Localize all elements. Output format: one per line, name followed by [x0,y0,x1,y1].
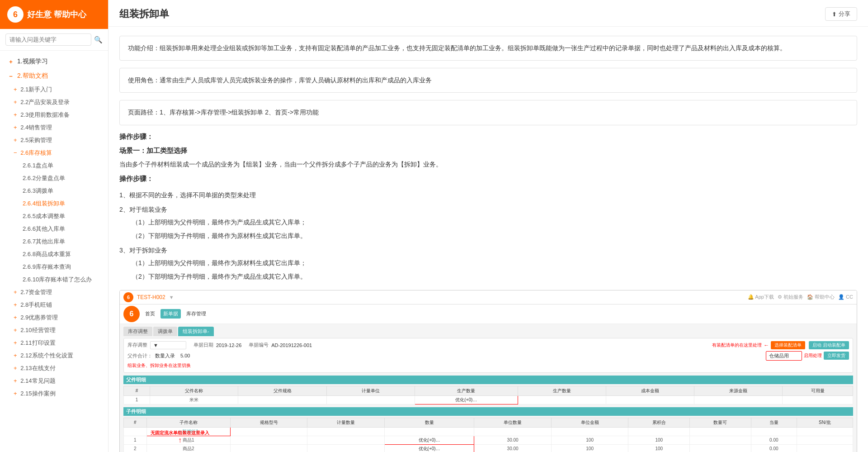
sidebar-item-cat262[interactable]: 2.6.2分量盘点单 [19,172,108,185]
cat210-icon: + [14,327,17,333]
sim-th-src: 来源金额 [694,386,783,395]
sidebar-item-cat2[interactable]: − 2.帮助文档 [0,69,108,83]
cat26-icon: − [14,149,17,156]
cat24-icon: + [14,124,17,131]
search-input[interactable] [5,33,91,46]
sim-nav-inventory[interactable]: 库存管理 [184,309,209,319]
sim-tab-transfer[interactable]: 调拨单 [153,327,177,336]
sidebar-item-cat269[interactable]: 2.6.9库存账本查询 [19,261,108,273]
path-text: 页面路径：1、库存核算->库存管理->组装拆卸单 2、首页->常用功能 [128,109,319,116]
ops-steps-title: 操作步骤： [119,175,857,183]
scene1-title: 场景一：加工类型选择 [119,147,857,155]
role-text: 使用角色：通常由生产人员或库管人员完成拆装业务的操作，库管人员确认原材料的出库和… [128,76,432,84]
sidebar-item-cat268[interactable]: 2.6.8商品成本重算 [19,248,108,261]
cat22-icon: + [14,99,17,105]
sim-app-bar: 6 TEST-H002 ▼ 🔔 App下载 ⚙ 初始服务 🏠 帮助中心 👤 CC [120,290,857,305]
sidebar-item-cat24[interactable]: + 2.4销售管理 [14,121,108,134]
annotation4-text: 无固定流水单组装在这里录入 ↑ [151,430,209,444]
sidebar: 6 好生意 帮助中心 🔍 + 1.视频学习 − 2.帮助文档 + 2.1新手入门… [0,0,108,452]
sim-sub-qty: 5.00 [180,353,190,358]
sim-tab-warehouse[interactable]: 库存调整 [123,327,152,336]
sim-app-logo: 6 [123,292,133,302]
sidebar-item-cat265[interactable]: 2.6.5成本调整单 [19,210,108,223]
sidebar-item-cat264[interactable]: 2.6.4组装拆卸单 [19,197,108,210]
sim-annotation-area: 有装配清单的在这里处理 ← 选择装配清单 启动 启动装配单 [712,341,849,349]
sidebar-item-cat266[interactable]: 2.6.6其他入库单 [19,223,108,235]
sidebar-item-cat211[interactable]: + 2.11打印设置 [14,337,108,349]
cat211-icon: + [14,339,17,346]
sim-activate-btn[interactable]: 启动 启动装配单 [809,341,849,349]
sidebar-item-cat213[interactable]: + 2.13在线支付 [14,362,108,375]
step2-sub2: （2）下部明细为子件明细，最终作为原材料生成其它出库单。 [132,229,857,242]
cat2-label: 2.帮助文档 [17,72,48,80]
sim-content: 库存调整 调拨单 组装拆卸单- 库存调整 ▼ 单据日期 2019-12-26 [120,324,857,452]
share-label: 分享 [839,10,850,18]
step3-sub1: （1）上部明细为父件明细，最终作为原材料生成其它出库单； [132,257,857,269]
cat21-icon: + [14,86,17,93]
sim-th-spec: 父件规格 [238,386,326,395]
sidebar-item-cat267[interactable]: 2.6.7其他出库单 [19,235,108,248]
sim-date-value: 2019-12-26 [216,343,241,348]
cat2-toggle-icon: − [7,72,14,80]
sidebar-item-cat263[interactable]: 2.6.3调拨单 [19,185,108,197]
cat213-icon: + [14,365,17,371]
sim-th-avail: 可用量 [783,386,853,395]
page-title: 组装拆卸单 [119,7,169,21]
steps-list: 1、根据不同的业务，选择不同单据的类型来处理 2、对于组装业务 （1）上部明细为… [119,189,857,283]
sim-confirm-btn[interactable]: 立即发货 [824,352,849,360]
step3-sub2: （2）下部明细为子件明细，最终作为产成品生成其它入库单。 [132,270,857,283]
sim-form-row2: 父件合计： 数量入录 5.00 仓储品用 启用处理 立即发货 [127,351,849,361]
sim-switch-annotation: 组装业务、拆卸业务在这里切换 [127,362,849,369]
app-logo: 6 [7,6,24,23]
sidebar-item-cat29[interactable]: + 2.9优惠券管理 [14,311,108,324]
cat1-toggle-icon: + [7,58,14,65]
sim-nav-new[interactable]: 新单据 [160,309,181,319]
role-block: 使用角色：通常由生产人员或库管人员完成拆装业务的操作，库管人员确认原材料的出库和… [119,68,857,93]
sidebar-item-cat261[interactable]: 2.6.1盘点单 [19,159,108,172]
annotation2-text: 启用处理 [804,352,822,359]
cat2-children: + 2.1新手入门 + 2.2产品安装及登录 + 2.3使用前数据准备 + 2.… [0,83,108,400]
sim-nav-home[interactable]: 首页 [142,309,158,319]
annotation3-text: 组装业务、拆卸业务在这里切换 [127,362,191,369]
share-button[interactable]: ⬆ 分享 [825,7,857,21]
sim-sub-table: # 子件名称 规格型号 计量数量 数量 单位数量 单位金额 累积合 数量可 [123,418,853,452]
sim-form-row1: 库存调整 ▼ 单据日期 2019-12-26 单据编号 AD-20191226-… [127,341,849,349]
sim-type-input[interactable]: ▼ [150,341,186,349]
step3: 3、对于拆卸业务 （1）上部明细为父件明细，最终作为原材料生成其它出库单； （2… [119,244,857,283]
intro-block: 功能介绍：组装拆卸单用来处理企业组装或拆卸等加工业务，支持有固定装配清单的产品加… [119,36,857,61]
app-brand: 好生意 帮助中心 [27,9,86,20]
sidebar-item-cat23[interactable]: + 2.3使用前数据准备 [14,109,108,121]
main-header: 组装拆卸单 ⬆ 分享 [108,0,868,27]
sidebar-item-cat214[interactable]: + 2.14常见问题 [14,375,108,387]
sidebar-item-cat25[interactable]: + 2.5采购管理 [14,134,108,147]
table-row: 2 商品2 优化(+0)… 30.00 100 100 0.00 [124,444,853,452]
ops-title: 操作步骤： [119,133,857,141]
step1: 1、根据不同的业务，选择不同单据的类型来处理 [119,189,857,201]
sim-th-name: 父件名称 [150,386,238,395]
sidebar-item-cat22[interactable]: + 2.2产品安装及登录 [14,96,108,109]
sidebar-item-cat26[interactable]: − 2.6库存核算 [14,147,108,159]
sidebar-search-bar: 🔍 [0,29,108,51]
step3-subs: （1）上部明细为父件明细，最终作为原材料生成其它出库单； （2）下部明细为子件明… [119,257,857,283]
sidebar-item-cat212[interactable]: + 2.12系统个性化设置 [14,349,108,362]
sim-warehouse-input[interactable]: 仓储品用 [766,351,802,361]
sidebar-item-cat21[interactable]: + 2.1新手入门 [14,83,108,96]
sidebar-item-cat210[interactable]: + 2.10经营管理 [14,324,108,337]
sidebar-item-cat27[interactable]: + 2.7资金管理 [14,286,108,299]
screenshot-container: 6 TEST-H002 ▼ 🔔 App下载 ⚙ 初始服务 🏠 帮助中心 👤 CC… [119,290,857,452]
cat27-icon: + [14,289,17,295]
sidebar-item-cat28[interactable]: + 2.8手机旺铺 [14,299,108,311]
sim-parent-section: 父件明细 # 父件名称 父件规格 计量单位 生产数量 生产数量 [123,376,853,404]
path-block: 页面路径：1、库存核算->库存管理->组装拆卸单 2、首页->常用功能 [119,100,857,125]
sidebar-item-cat1[interactable]: + 1.视频学习 [0,54,108,69]
screenshot-inner: 6 TEST-H002 ▼ 🔔 App下载 ⚙ 初始服务 🏠 帮助中心 👤 CC… [120,290,857,452]
cat214-icon: + [14,377,17,384]
sim-select-bom-btn[interactable]: 选择装配清单 [771,341,805,349]
sim-sub-header: 子件明细 [123,407,853,416]
sidebar-item-cat2610[interactable]: 2.6.10库存账本错了怎么办 [19,273,108,286]
sidebar-item-cat215[interactable]: + 2.15操作案例 [14,387,108,400]
sim-parent-table: # 父件名称 父件规格 计量单位 生产数量 生产数量 成本金额 来源金额 可用量 [123,386,853,404]
sim-parent-total: 数量入录 [155,352,175,359]
search-button[interactable]: 🔍 [94,36,103,44]
sim-tab-assembly[interactable]: 组装拆卸单- [178,327,214,336]
